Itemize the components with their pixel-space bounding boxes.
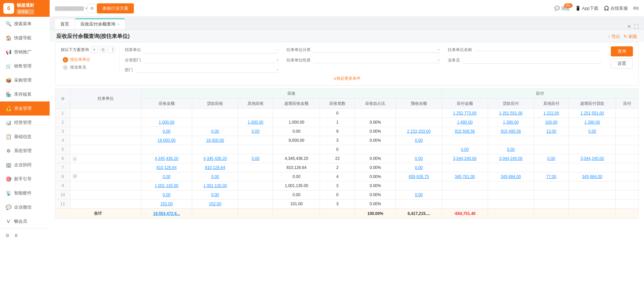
tab-ar-ap[interactable]: 应收应付余额查询× — [75, 18, 125, 29]
tab-close-all-icon[interactable]: ✕ — [627, 24, 631, 29]
tab-home[interactable]: 首页 — [55, 19, 74, 29]
breadcrumb-blur: ███████████ — [55, 6, 84, 10]
collapse-conditions-btn[interactable]: ∧ 收起更多条件 — [61, 76, 633, 81]
sidebar-icon-member: V — [5, 219, 11, 224]
messages-button[interactable]: 💬 消息 99+ — [554, 5, 570, 11]
scheme-by-partner[interactable]: ⊙ 按往来单位 — [61, 56, 115, 63]
footer-ar-ratio: 100.00% — [355, 209, 396, 219]
user-menu[interactable]: Rit — [633, 6, 639, 11]
sidebar-item-cooperation[interactable]: 🏢 企业协同 — [0, 158, 50, 172]
refresh-button[interactable]: ↻ 刷新 — [624, 34, 637, 40]
settlement-unit-input[interactable]: ··· — [144, 46, 278, 53]
breadcrumb: ███████████ ▾ — [55, 6, 88, 11]
col-partner: 往来单位 — [70, 89, 141, 109]
sidebar-label-finance: 资金管理 — [14, 105, 32, 112]
table-row: 101,252,773.001,251,551.001,222.001,251,… — [55, 109, 639, 118]
sidebar-item-wechat[interactable]: 💬 企业微信 — [0, 200, 50, 214]
col-ar-other: 其他应收 — [238, 99, 273, 109]
sidebar-label-guide: 新手引导 — [14, 176, 32, 182]
page-content: 应收应付余额查询(按往来单位) ↑ 导出 ↻ 刷新 按以下方案查询 — [50, 30, 644, 308]
footer-label: 合计 — [55, 209, 141, 219]
tab-maximize-icon[interactable]: ⛶ — [634, 24, 639, 29]
sidebar-label-sales: 销售管理 — [14, 63, 32, 69]
sidebar-item-hardware[interactable]: 📡 智能硬件 — [0, 186, 50, 200]
partner-category-input[interactable]: ▾ — [313, 47, 440, 53]
sidebar-label-marketing: 营销推广 — [14, 49, 32, 55]
sidebar-item-inventory[interactable]: 🏪 库存核算 — [0, 87, 50, 101]
footer-ar-loan — [192, 209, 238, 219]
sidebar-item-business[interactable]: 📊 经营管理 — [0, 116, 50, 130]
online-service-button[interactable]: 🎧 在线客服 — [604, 5, 628, 11]
refresh-icon: ↻ — [624, 34, 627, 39]
dept-manager-input[interactable]: ▾ — [144, 57, 278, 63]
sidebar-icon-guide: 🎯 — [5, 176, 11, 182]
footer-ar-advance: 6,417,215.... — [396, 209, 442, 219]
footer-ap-loan — [488, 209, 534, 219]
sidebar-icon-inventory: 🏪 — [5, 92, 11, 97]
partner-nature-label: 往来单位性质 — [286, 57, 311, 63]
sidebar-label-inventory: 库存核算 — [14, 91, 32, 97]
table-subheader: 应收金额 贷款应收 其他应收 超期应收金额 应收笔数 应收款占比 预收余额 应付… — [55, 99, 639, 109]
col-ap-amount: 应付金额 — [442, 99, 488, 109]
col-group-payable: 应付 — [442, 89, 638, 99]
sidebar-label-basic-info: 基础信息 — [14, 134, 32, 140]
partner-name-input[interactable] — [475, 49, 601, 51]
sidebar-icon-search-menu: 🔍 — [5, 21, 11, 27]
sidebar-label-hardware: 智能硬件 — [14, 190, 32, 196]
export-button[interactable]: ↑ 导出 — [608, 34, 621, 40]
filter-partner-nature: 往来单位性质 ▾ — [286, 57, 440, 64]
sidebar-item-member[interactable]: V 畅会员 — [0, 214, 50, 228]
filter-add-btn[interactable]: + — [91, 46, 98, 53]
gear-button[interactable]: ⚙ — [88, 4, 97, 13]
partner-nature-input[interactable]: ▾ — [313, 57, 440, 63]
setting-button[interactable]: 设置 — [611, 58, 633, 69]
sidebar-icon-system: ⚙ — [5, 148, 11, 153]
table-row: 11152.00152.00101.0030.00% — [55, 200, 639, 209]
sidebar-item-search-menu[interactable]: 🔍 搜索菜单 — [0, 17, 50, 31]
sidebar-icon-business: 📊 — [5, 120, 11, 125]
dept-input[interactable]: ▾ — [136, 67, 278, 73]
sidebar-settings-icon[interactable]: ⚙ — [5, 233, 10, 238]
col-ar-advance: 预收余额 — [396, 99, 442, 109]
sidebar-label-system: 系统管理 — [14, 148, 32, 154]
filter-settings-btn[interactable]: ⊙ — [100, 46, 106, 53]
query-button[interactable]: 查询 — [611, 46, 633, 56]
app-download-button[interactable]: 📱 App下载 — [575, 5, 598, 11]
sidebar-item-sales[interactable]: 🛒 销售管理 — [0, 59, 50, 73]
export-icon: ↑ — [608, 34, 610, 39]
collapse-up-icon: ∧ — [333, 76, 336, 81]
sidebar-item-guide[interactable]: 🎯 新手引导 — [0, 172, 50, 186]
col-ar-count: 应收笔数 — [320, 99, 355, 109]
sidebar-item-marketing[interactable]: 📢 营销推广 — [0, 45, 50, 59]
table-row: 21,000.001,000.001,000.0010.00%1,490.001… — [55, 118, 639, 127]
filter-partner-name: 往来单位名称 — [448, 46, 601, 53]
sidebar-item-quick-nav[interactable]: 🏠 快捷导航 — [0, 31, 50, 45]
salesman-label: 业务员 — [448, 57, 460, 63]
sidebar-item-system[interactable]: ⚙ 系统管理 — [0, 144, 50, 158]
col-ap-overdue: 超期应付贷款 — [569, 99, 616, 109]
footer-ap-overdue — [569, 209, 616, 219]
sidebar-item-finance[interactable]: 💰 资金管理 — [0, 101, 50, 116]
page-title: 应收应付余额查询(按往来单位) — [56, 33, 130, 40]
scheme-by-salesman[interactable]: ◷ 按业务员 — [61, 63, 115, 71]
col-ar-overdue: 超期应收金额 — [273, 99, 320, 109]
scheme-salesman-icon: ◷ — [63, 65, 68, 70]
sidebar-label-wechat: 企业微信 — [14, 204, 32, 210]
table-settings-icon[interactable]: ⚙ — [59, 95, 67, 103]
breadcrumb-chevron: ▾ — [85, 6, 88, 11]
filter-collapse-btn[interactable]: 《 — [108, 46, 115, 53]
sidebar-item-purchase[interactable]: 📦 采购管理 — [0, 73, 50, 87]
sidebar-label-cooperation: 企业协同 — [14, 162, 32, 168]
scheme-partner-icon: ⊙ — [63, 57, 68, 62]
sidebar-item-basic-info[interactable]: 📋 基础信息 — [0, 130, 50, 144]
sidebar-icon-sales: 🛒 — [5, 63, 11, 69]
tab-close-ar-ap[interactable]: × — [117, 22, 119, 26]
salesman-input[interactable]: ··· — [463, 57, 601, 64]
sidebar-icon-cooperation: 🏢 — [5, 162, 11, 168]
sidebar-label-quick-nav: 快捷导航 — [14, 35, 32, 41]
footer-ap-other — [534, 209, 569, 219]
footer-ar-amount[interactable]: 19,553,472,6... — [141, 209, 192, 219]
sidebar-label-member: 畅会员 — [14, 218, 27, 224]
sidebar-collapse-icon[interactable]: ⏸ — [14, 233, 18, 238]
solution-button[interactable]: 体验行业方案 — [97, 3, 134, 13]
